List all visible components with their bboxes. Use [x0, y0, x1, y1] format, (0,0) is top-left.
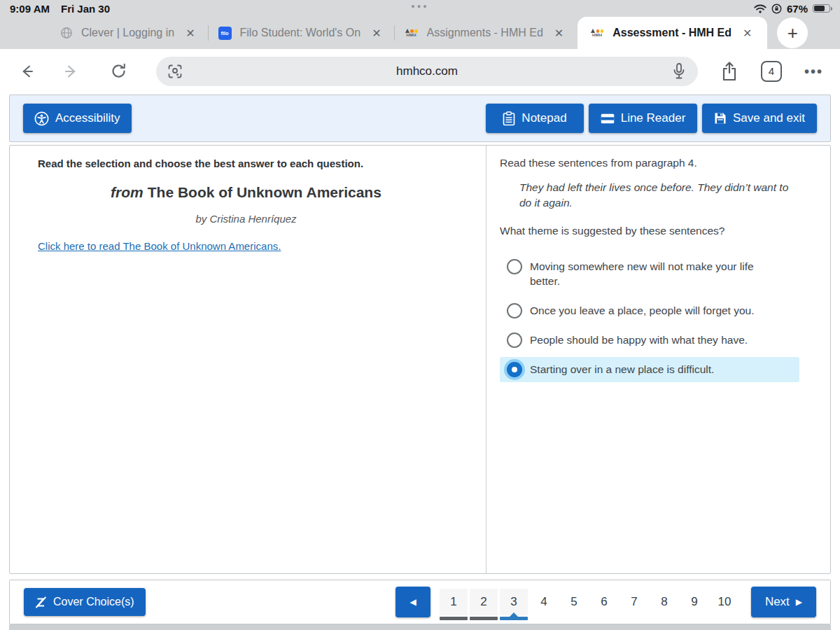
tab-filo[interactable]: filo Filo Student: World's On ✕	[218, 17, 384, 49]
wifi-icon	[754, 4, 766, 13]
pagination: 1 2 3 4 5 6 7 8 9 10	[440, 589, 738, 615]
question-panel: Read these sentences from paragraph 4. T…	[486, 146, 830, 573]
multitask-dots-icon: ●●●	[411, 3, 428, 10]
passage-byline: by Cristina Henríquez	[38, 213, 454, 225]
back-triangle-icon: ◀	[410, 598, 416, 606]
page-number-3[interactable]: 3	[500, 589, 528, 615]
filo-icon: filo	[218, 27, 232, 40]
accessibility-button[interactable]: Accessibility	[23, 104, 132, 133]
hmh-icon: HMH	[405, 26, 419, 40]
more-menu-icon[interactable]: •••	[804, 68, 823, 75]
globe-icon	[60, 27, 73, 39]
notepad-label: Notepad	[522, 111, 566, 125]
address-bar[interactable]: hmhco.com	[156, 57, 698, 86]
answer-option-2[interactable]: Once you leave a place, people will forg…	[500, 298, 799, 323]
passage-title: fromThe Book of Unknown Americans	[38, 184, 454, 201]
answer-option-1[interactable]: Moving somewhere new will not make your …	[500, 254, 799, 294]
page-number-2[interactable]: 2	[470, 589, 498, 615]
assessment-frame: Accessibility Notepad	[0, 93, 840, 630]
line-reader-icon	[601, 113, 615, 124]
tab-clever[interactable]: Clever | Logging in ✕	[60, 17, 198, 49]
answer-option-label: Moving somewhere new will not make your …	[530, 259, 764, 289]
forward-icon[interactable]	[63, 62, 81, 80]
tab-title: Filo Student: World's On	[240, 27, 361, 39]
answer-option-3[interactable]: People should be happy with what they ha…	[500, 328, 799, 353]
cover-choices-icon	[35, 596, 47, 608]
tab-title: Assignments - HMH Ed	[427, 27, 543, 39]
answer-option-label: Starting over in a new place is difficul…	[530, 362, 714, 377]
passage-panel: Read the selection and choose the best a…	[10, 146, 486, 573]
tab-separator	[394, 25, 395, 41]
close-icon[interactable]: ✕	[369, 27, 384, 40]
rotation-lock-icon	[771, 4, 782, 14]
answer-option-label: Once you leave a place, people will forg…	[530, 303, 755, 318]
passage-instruction: Read the selection and choose the best a…	[38, 158, 454, 169]
dictation-mic-icon[interactable]	[671, 62, 687, 80]
page-number-9[interactable]: 9	[680, 589, 708, 615]
question-quote: They had left their lives once before. T…	[519, 180, 794, 211]
battery-percent: 67%	[787, 3, 808, 15]
page-number-6[interactable]: 6	[590, 589, 618, 615]
previous-page-button[interactable]: ◀	[396, 587, 430, 617]
assessment-footer: Cover Choice(s) ◀ 1 2 3 4 5 6 7 8 9 10 N…	[9, 580, 831, 624]
answer-option-label: People should be happy with what they ha…	[530, 332, 748, 348]
passage-title-main: The Book of Unknown Americans	[148, 184, 382, 200]
radio-button[interactable]	[507, 332, 522, 348]
notepad-icon	[503, 111, 515, 126]
tab-assignments[interactable]: HMH Assignments - HMH Ed ✕	[405, 17, 567, 49]
status-bar: 9:09 AM Fri Jan 30 ●●● 67%	[0, 0, 840, 17]
page-number-10[interactable]: 10	[710, 589, 738, 615]
next-button[interactable]: Next ▶	[751, 587, 816, 617]
page-number-7[interactable]: 7	[620, 589, 648, 615]
tab-title: Clever | Logging in	[81, 27, 174, 39]
bottom-strip	[9, 624, 831, 630]
save-and-exit-button[interactable]: Save and exit	[702, 104, 817, 133]
radio-button[interactable]	[507, 259, 522, 274]
radio-button[interactable]	[507, 303, 522, 318]
reload-icon[interactable]	[109, 62, 128, 80]
back-icon[interactable]	[17, 62, 35, 80]
url-toolbar: hmhco.com 4 •••	[0, 49, 840, 93]
save-icon	[714, 112, 727, 125]
line-reader-button[interactable]: Line Reader	[589, 104, 697, 133]
hmh-icon: HMH	[590, 26, 604, 40]
next-triangle-icon: ▶	[796, 598, 802, 606]
tab-assessment-active[interactable]: HMH Assessment - HMH Ed ✕	[578, 17, 767, 49]
page-number-1[interactable]: 1	[440, 589, 468, 615]
cover-choices-button[interactable]: Cover Choice(s)	[24, 588, 146, 616]
close-icon[interactable]: ✕	[183, 27, 197, 40]
share-icon[interactable]	[720, 61, 738, 82]
save-and-exit-label: Save and exit	[733, 111, 805, 125]
accessibility-icon	[34, 111, 49, 126]
tab-title: Assessment - HMH Ed	[612, 27, 732, 39]
assessment-content: Read the selection and choose the best a…	[9, 145, 831, 574]
answer-options: Moving somewhere new will not make your …	[500, 254, 799, 382]
tab-separator	[208, 25, 209, 41]
question-prompt: What theme is suggested by these sentenc…	[500, 225, 799, 237]
tab-strip: Clever | Logging in ✕ filo Filo Student:…	[0, 17, 840, 49]
question-intro: Read these sentences from paragraph 4.	[500, 157, 799, 169]
page-number-5[interactable]: 5	[560, 589, 588, 615]
answer-option-4[interactable]: Starting over in a new place is difficul…	[500, 357, 799, 382]
page-number-8[interactable]: 8	[650, 589, 678, 615]
assessment-toolbar: Accessibility Notepad	[9, 94, 831, 142]
notepad-button[interactable]: Notepad	[486, 104, 584, 133]
passage-link[interactable]: Click here to read The Book of Unknown A…	[38, 240, 281, 252]
line-reader-label: Line Reader	[621, 111, 686, 125]
passage-title-prefix: from	[111, 184, 144, 200]
scan-text-icon[interactable]	[167, 63, 183, 80]
accessibility-label: Accessibility	[55, 111, 120, 125]
page-number-4[interactable]: 4	[530, 589, 558, 615]
close-icon[interactable]: ✕	[740, 27, 755, 40]
cover-choices-label: Cover Choice(s)	[53, 596, 134, 608]
close-icon[interactable]: ✕	[552, 27, 566, 40]
new-tab-button[interactable]: +	[777, 18, 808, 48]
url-text: hmhco.com	[396, 64, 458, 78]
radio-button[interactable]	[507, 362, 522, 377]
date: Fri Jan 30	[61, 3, 110, 15]
clock: 9:09 AM	[10, 3, 50, 15]
next-label: Next	[765, 595, 790, 609]
battery-icon	[813, 4, 830, 13]
tab-overview-button[interactable]: 4	[761, 61, 782, 82]
